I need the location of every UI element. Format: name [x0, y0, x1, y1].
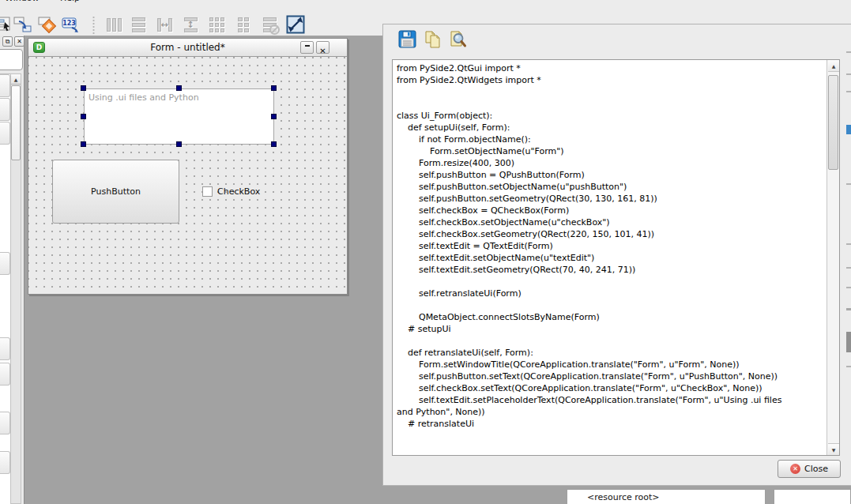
- scroll-up-icon: ▲: [832, 63, 836, 69]
- form-close-button[interactable]: ✕: [316, 41, 329, 54]
- edge-panel-mark: [846, 308, 851, 310]
- save-button[interactable]: [398, 30, 419, 51]
- form-editor-window: D Form - untitled* ✕ Using .ui files and…: [28, 38, 348, 295]
- layout-vertical-icon: [132, 17, 145, 32]
- widget-box-panel-sliver: ⧉ ✕ ▲: [0, 36, 24, 504]
- edge-panel-mark: [846, 267, 851, 269]
- selection-handle-top-right[interactable]: [271, 85, 277, 91]
- textedit-placeholder: Using .ui files and Python: [88, 92, 199, 103]
- edit-buddies-button[interactable]: [37, 14, 58, 35]
- selection-handle-top-left[interactable]: [81, 85, 86, 91]
- selection-handle-bottom-right[interactable]: [271, 141, 277, 147]
- lay-out-vertically-splitter-button[interactable]: ↕: [180, 14, 201, 35]
- dock-close-button[interactable]: ✕: [14, 36, 24, 47]
- no-sign-overlay: [269, 24, 280, 35]
- edit-buddies-icon: [38, 15, 57, 34]
- layout-grid-icon: [209, 17, 224, 32]
- code-scroll-thumb[interactable]: [828, 75, 838, 170]
- close-circle-icon: ✕: [790, 464, 800, 474]
- svg-text:123: 123: [62, 20, 76, 27]
- close-icon: ✕: [319, 47, 326, 55]
- textedit-widget[interactable]: Using .ui files and Python: [84, 88, 274, 145]
- widgetbox-filter-input[interactable]: [0, 49, 23, 70]
- form-minimize-button[interactable]: [300, 41, 314, 54]
- v-split-arrow-glyph: ↕: [186, 20, 194, 30]
- edge-panel-mark: [846, 243, 851, 245]
- edit-tab-order-icon: 123: [62, 15, 81, 34]
- lay-out-horizontally-splitter-button[interactable]: ↔: [154, 14, 175, 35]
- selection-handle-top-middle[interactable]: [176, 85, 182, 91]
- menu-help[interactable]: Help: [60, 0, 80, 3]
- close-button[interactable]: ✕ Close: [778, 460, 841, 478]
- layout-horizontal-icon: [107, 18, 122, 32]
- widgetbox-category-sliver[interactable]: [0, 98, 10, 121]
- edit-widgets-button[interactable]: [0, 14, 13, 35]
- scroll-up-button[interactable]: ▲: [828, 60, 839, 72]
- selection-handle-middle-right[interactable]: [271, 114, 277, 119]
- code-text[interactable]: from PySide2.QtGui import * from PySide2…: [397, 62, 823, 430]
- widgetbox-category-sliver[interactable]: [0, 337, 10, 360]
- edge-panel-mark: [846, 125, 851, 134]
- selection-handle-bottom-middle[interactable]: [176, 141, 182, 147]
- adjust-size-icon: [286, 15, 305, 34]
- lay-out-horizontally-button[interactable]: [104, 14, 124, 35]
- selection-handle-bottom-left[interactable]: [81, 141, 86, 147]
- edit-tab-order-button[interactable]: 123: [61, 14, 81, 35]
- dock-float-button[interactable]: ⧉: [2, 36, 13, 47]
- right-edge-panel: [845, 24, 851, 486]
- widgetbox-scrollbar[interactable]: ▲: [10, 73, 21, 504]
- lay-out-vertically-button[interactable]: [128, 14, 149, 35]
- code-textedit[interactable]: from PySide2.QtGui import * from PySide2…: [392, 59, 840, 456]
- checkbox-label: CheckBox: [217, 186, 260, 197]
- form-window-titlebar[interactable]: D Form - untitled* ✕: [28, 39, 347, 57]
- form-window-title: Form - untitled*: [28, 42, 347, 53]
- code-scrollbar[interactable]: ▲ ▼: [827, 60, 839, 455]
- form-canvas[interactable]: Using .ui files and Python PushButton Ch…: [28, 57, 347, 294]
- checkbox-indicator[interactable]: [202, 186, 213, 197]
- edge-panel-mark: [846, 51, 851, 53]
- resource-browser-sliver-2: [774, 489, 851, 504]
- widgetbox-category-sliver[interactable]: [0, 74, 10, 97]
- widgetbox-category-sliver[interactable]: [0, 363, 10, 386]
- edit-widgets-icon: [0, 15, 12, 34]
- scroll-down-button[interactable]: ▼: [828, 443, 839, 455]
- edge-panel-mark: [846, 183, 851, 185]
- minimize-icon: [305, 45, 310, 47]
- widgetbox-list: [0, 73, 10, 504]
- edge-panel-mark: [846, 73, 851, 75]
- close-button-label: Close: [804, 464, 828, 474]
- edit-signals-slots-button[interactable]: [13, 14, 33, 35]
- widgetbox-category-sliver[interactable]: [0, 122, 10, 145]
- copy-button[interactable]: [424, 30, 444, 51]
- widgetbox-category-sliver[interactable]: [0, 412, 10, 434]
- save-icon: [398, 30, 419, 49]
- selection-handle-middle-left[interactable]: [81, 114, 86, 119]
- pushbutton-widget[interactable]: PushButton: [52, 160, 179, 224]
- layout-form-icon: [238, 17, 249, 32]
- edge-panel-mark: [846, 91, 851, 92]
- edge-panel-mark: [846, 332, 851, 352]
- edge-panel-mark: [846, 287, 851, 288]
- widgetbox-category-sliver[interactable]: [0, 451, 10, 474]
- find-button[interactable]: [449, 30, 469, 51]
- break-layout-button[interactable]: [259, 14, 280, 35]
- resource-browser-sliver: <resource root>: [567, 489, 766, 504]
- find-icon: [449, 30, 469, 49]
- widgetbox-scroll-thumb[interactable]: [11, 85, 21, 160]
- scroll-down-icon: ▼: [832, 447, 836, 453]
- checkbox-widget[interactable]: CheckBox: [202, 175, 282, 208]
- adjust-size-button[interactable]: [285, 14, 306, 35]
- lay-out-form-button[interactable]: [233, 14, 254, 35]
- edge-panel-mark: [846, 366, 851, 367]
- widgetbox-category-sliver[interactable]: [0, 252, 10, 275]
- h-split-arrow-glyph: ↔: [160, 20, 168, 30]
- edit-signals-slots-icon: [13, 15, 32, 34]
- qt-designer-window: Window Help: [0, 0, 851, 504]
- resource-root-label[interactable]: <resource root>: [587, 492, 660, 502]
- menu-window[interactable]: Window: [5, 0, 39, 3]
- scroll-up-icon[interactable]: ▲: [11, 74, 21, 85]
- copy-icon: [424, 30, 444, 49]
- code-preview-dialog: from PySide2.QtGui import * from PySide2…: [382, 24, 851, 486]
- lay-out-grid-button[interactable]: [206, 14, 227, 35]
- toolbar-separator: [92, 16, 95, 35]
